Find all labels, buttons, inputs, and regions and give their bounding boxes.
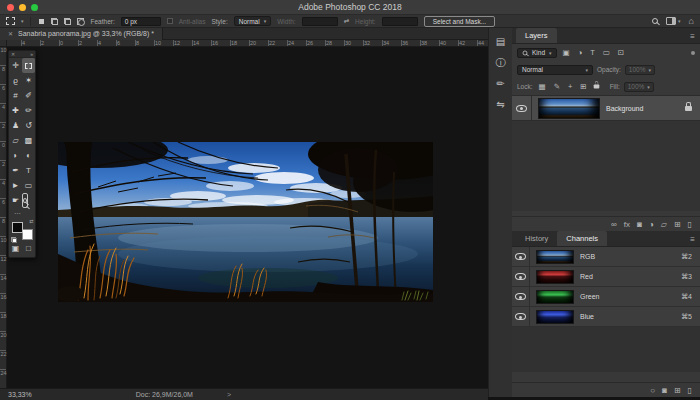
type-tool[interactable]: T [22,163,35,178]
move-tool[interactable]: ✛ [9,58,22,73]
filter-toggle-icon[interactable] [691,51,695,55]
Red[interactable]: Red ⌘3 [512,267,700,287]
default-colors-icon[interactable] [11,237,16,242]
brush-settings-panel-icon[interactable]: ✏ [496,78,504,89]
channel-visibility-toggle[interactable] [512,267,530,286]
path-selection-tool[interactable]: ► [9,178,22,193]
panel-menu-icon[interactable]: ≡ [690,32,695,41]
lock-all-icon[interactable] [593,85,599,89]
link-dimensions-icon[interactable]: ⇄ [344,17,349,25]
new-group-icon[interactable]: ▱ [661,220,667,229]
delete-layer-icon[interactable]: ▯ [688,220,692,229]
canvas-area[interactable]: 4202468101214161820222426283032343638404… [0,40,488,388]
layer-row-background[interactable]: Background [512,95,700,121]
Blue[interactable]: Blue ⌘5 [512,307,700,327]
lock-transparent-pixels-icon[interactable]: ▦ [537,82,548,91]
channel-thumbnail[interactable] [536,290,574,304]
feather-input[interactable]: 0 px [121,17,161,26]
channel-visibility-toggle[interactable] [512,247,530,266]
blur-tool[interactable]: ◗ [9,148,22,163]
quick-selection-tool[interactable]: ✶ [22,73,35,88]
filter-smart-objects-icon[interactable]: ⊡ [616,48,626,57]
pen-tool[interactable]: ✒ [9,163,22,178]
style-select[interactable]: Normal ▾ [234,16,271,26]
tab-channels[interactable]: Channels [557,231,607,246]
marquee-tool[interactable] [22,58,35,73]
delete-channel-icon[interactable]: ▯ [688,386,692,395]
close-icon[interactable]: ✕ [11,51,15,57]
history-brush-tool[interactable]: ↺ [22,118,35,133]
screen-mode-button[interactable]: □ [22,242,35,254]
lock-image-pixels-icon[interactable]: ✎ [552,82,562,91]
home-icon[interactable]: ⌂ [689,16,694,26]
filter-shape-layers-icon[interactable]: ▭ [601,48,612,57]
channel-visibility-toggle[interactable] [512,287,530,306]
healing-brush-tool[interactable]: ✚ [9,103,22,118]
zoom-level-field[interactable]: 33,33% [0,391,40,398]
blend-mode-select[interactable]: Normal ▾ [517,65,593,75]
channel-visibility-toggle[interactable] [512,307,530,326]
status-options-chevron-icon[interactable]: > [227,391,231,398]
photo-canvas[interactable] [58,142,433,302]
panel-menu-icon[interactable]: ≡ [690,235,695,244]
collapse-icon[interactable]: » [30,51,33,57]
chevron-down-icon[interactable]: ▾ [678,18,681,24]
info-panel-icon[interactable]: ⓘ [496,57,506,68]
shape-tool[interactable]: ▭ [22,178,35,193]
filter-adjustment-layers-icon[interactable]: ◑ [576,48,585,57]
brush-tool[interactable]: ✏ [22,103,35,118]
subtract-from-selection-icon[interactable] [63,17,72,26]
fill-value[interactable]: 100% ▾ [624,82,654,92]
eraser-tool[interactable]: ▱ [9,133,22,148]
edit-toolbar-icon[interactable]: … [9,208,35,217]
background-color-swatch[interactable] [22,229,33,240]
channel-thumbnail[interactable] [536,270,574,284]
Green[interactable]: Green ⌘4 [512,287,700,307]
workspace-switcher-icon[interactable] [666,17,676,25]
new-layer-icon[interactable]: ⊞ [674,220,681,229]
add-layer-mask-icon[interactable]: ◙ [637,220,642,229]
RGB[interactable]: RGB ⌘2 [512,247,700,267]
channel-thumbnail[interactable] [536,310,574,324]
dodge-tool[interactable]: ◐ [22,148,35,163]
document-tab[interactable]: ✕ Sanabria panorama.jpg @ 33,3% (RGB/8) … [0,28,163,40]
new-channel-icon[interactable]: ⊞ [674,386,681,395]
filter-type-layers-icon[interactable]: T [588,48,597,57]
properties-panel-icon[interactable]: ⇋ [496,99,504,110]
layer-filter-select[interactable]: Kind ▾ [517,48,557,58]
lasso-tool[interactable]: ϱ [9,73,22,88]
new-selection-icon[interactable] [37,17,46,26]
histogram-panel-icon[interactable]: ▤ [496,36,505,47]
lock-artboard-icon[interactable]: ⊞ [578,82,588,91]
layer-style-icon[interactable]: fx [624,220,630,229]
adjustment-layer-icon[interactable]: ◑ [649,220,654,229]
eyedropper-tool[interactable]: ✐ [22,88,35,103]
layer-visibility-toggle[interactable] [512,96,532,120]
close-tab-icon[interactable]: ✕ [8,30,13,37]
tab-history[interactable]: History [516,231,557,246]
load-channel-selection-icon[interactable]: ○ [650,386,655,395]
tab-layers[interactable]: Layers [516,28,557,43]
tool-preset-icon[interactable] [6,17,15,25]
lock-position-icon[interactable]: + [566,82,574,91]
link-layers-icon[interactable]: ∞ [611,220,617,229]
foreground-color-swatch[interactable] [12,222,23,233]
gradient-tool[interactable]: ▩ [22,133,35,148]
swap-colors-icon[interactable]: ⇄ [29,218,33,224]
search-icon[interactable] [652,18,658,24]
quick-mask-button[interactable]: ▣ [9,242,22,254]
height-input[interactable] [382,17,418,26]
width-input[interactable] [302,17,338,26]
select-and-mask-button[interactable]: Select and Mask... [424,16,495,27]
add-to-selection-icon[interactable] [50,17,59,26]
filter-pixel-layers-icon[interactable]: ▣ [561,48,572,57]
opacity-value[interactable]: 100% ▾ [625,65,655,75]
intersect-selection-icon[interactable] [76,17,85,26]
layer-thumbnail[interactable] [538,98,600,119]
antialias-checkbox[interactable] [167,18,173,24]
zoom-tool[interactable] [22,193,28,208]
crop-tool[interactable]: # [9,88,22,103]
save-selection-as-channel-icon[interactable]: ◙ [662,386,667,395]
chevron-down-icon[interactable]: ▾ [21,18,24,24]
channel-thumbnail[interactable] [536,250,574,264]
